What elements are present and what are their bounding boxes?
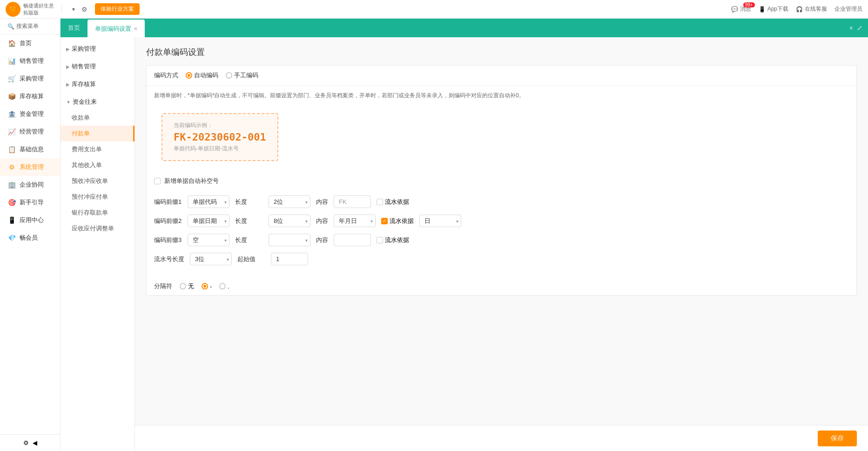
menu-item-pre-payable[interactable]: 预付冲应付单 (61, 189, 135, 205)
serial-length-select[interactable]: 3位 4位 5位 6位 (190, 253, 232, 265)
sidebar-item-membership[interactable]: 💎 畅会员 (0, 229, 60, 247)
sep-dash-radio[interactable]: - (202, 283, 212, 290)
chevron-down-icon: ▼ (66, 100, 71, 105)
sidebar-item-finance[interactable]: 🏦 资金管理 (0, 105, 60, 123)
purchase-icon: 🛒 (7, 74, 16, 83)
start-value-input[interactable] (271, 253, 308, 265)
sidebar-settings-icon[interactable]: ⚙ (23, 439, 29, 446)
menu-group-funds: ▼ 资金往来 收款单 付款单 费用支出单 其他收入单 预收冲应收单 预付冲应付单… (61, 94, 135, 236)
save-button[interactable]: 保存 (818, 431, 857, 446)
newbie-icon: 🎯 (7, 198, 16, 207)
menu-group-sales-title[interactable]: ▶ 销售管理 (61, 59, 135, 74)
menu-group-purchase-title[interactable]: ▶ 采购管理 (61, 41, 135, 57)
content1-input[interactable] (334, 195, 371, 208)
menu-item-bank-deposit[interactable]: 银行存取款单 (61, 205, 135, 221)
prefix1-select[interactable]: 单据代码 部门 业务员 空 (188, 195, 229, 208)
menu-item-adjust[interactable]: 应收应付调整单 (61, 221, 135, 236)
prefix3-row: 编码前缀3 空 单据代码 单据日期 部门 业务员 ▾ (154, 234, 849, 246)
menu-item-pre-receivable[interactable]: 预收冲应收单 (61, 173, 135, 189)
sidebar-collapse-icon[interactable]: ◀ (33, 439, 37, 446)
menu-item-payment[interactable]: 付款单 (61, 126, 135, 141)
tab-close-button[interactable]: × (134, 26, 137, 32)
search-icon: 🔍 (7, 23, 14, 30)
content3-input[interactable] (334, 234, 371, 246)
tab-encoding[interactable]: 单据编码设置 × (87, 20, 145, 38)
content1-label: 内容 (316, 198, 328, 206)
menu-item-other-income[interactable]: 其他收入单 (61, 157, 135, 173)
sidebar-item-sales[interactable]: 📊 销售管理 (0, 52, 60, 70)
length2-label: 长度 (235, 217, 263, 225)
auto-code-radio[interactable]: 自动编码 (186, 71, 218, 80)
prefix3-select[interactable]: 空 单据代码 单据日期 部门 业务员 (188, 234, 229, 246)
serial-length-label: 流水号长度 (154, 255, 184, 263)
sidebar-item-home[interactable]: 🏠 首页 (0, 34, 60, 52)
message-button[interactable]: 💬 消息 99+ (731, 5, 751, 13)
message-badge: 99+ (743, 2, 755, 7)
sidebar-search[interactable]: 🔍 搜索菜单 (0, 19, 60, 34)
length1-select[interactable]: 2位 4位 6位 (269, 195, 310, 208)
sidebar-item-newbie[interactable]: 🎯 新手引导 (0, 194, 60, 211)
trial-button[interactable]: 体验行业方案 (95, 3, 140, 15)
sidebar-item-basic[interactable]: 📋 基础信息 (0, 141, 60, 158)
serial1-checkbox[interactable] (377, 199, 383, 205)
topbar-settings-button[interactable]: ⚙ (81, 6, 87, 13)
coding-method-row: 编码方式 自动编码 手工编码 (147, 66, 856, 86)
finance-icon: 🏦 (7, 110, 16, 118)
serial3-checkbox[interactable] (377, 237, 383, 243)
prefix2-label: 编码前缀2 (154, 217, 182, 225)
home-icon: 🏠 (7, 39, 16, 47)
sep-none-radio[interactable]: 无 (180, 282, 194, 290)
menu-item-receipt[interactable]: 收款单 (61, 110, 135, 126)
sidebar-item-inventory[interactable]: 📦 库存核算 (0, 88, 60, 105)
sidebar-item-operations[interactable]: 📈 经营管理 (0, 123, 60, 141)
tab-home[interactable]: 首页 (61, 19, 87, 37)
bottom-bar: 保存 (135, 425, 868, 451)
tab-bar: 首页 单据编码设置 × × ⤢ (61, 19, 868, 37)
window-close-button[interactable]: × (849, 24, 853, 32)
menu-group-inventory-title[interactable]: ▶ 库存核算 (61, 76, 135, 92)
serial2-unit-wrapper: 日 月 年 ▾ (419, 215, 461, 227)
example-box: 当前编码示例： FK-20230602-001 单据代码-单据日期-流水号 (161, 113, 278, 161)
serial2-unit-select[interactable]: 日 月 年 (419, 215, 461, 227)
enterprise-icon: 🏢 (7, 181, 16, 189)
sidebar: 🔍 搜索菜单 🏠 首页 📊 销售管理 🛒 采购管理 📦 库存核算 🏦 资金管理 … (0, 19, 61, 451)
message-icon: 💬 (731, 6, 738, 13)
sep-dash-radio-circle (202, 283, 208, 289)
sidebar-item-system[interactable]: ⚙ 系统管理 (0, 158, 60, 176)
window-expand-button[interactable]: ⤢ (857, 24, 862, 32)
page-title: 付款单编码设置 (146, 47, 857, 58)
content2-select[interactable]: 年月日 年月 年 (334, 215, 376, 227)
logo: 🧡 畅捷通好生意 拓版版 (6, 2, 54, 17)
manual-code-radio-circle (226, 72, 232, 79)
menu-item-expense[interactable]: 费用支出单 (61, 141, 135, 157)
menu-group-purchase: ▶ 采购管理 (61, 41, 135, 57)
serial2-group: ✓ 流水依据 (381, 217, 414, 225)
separator-row: 分隔符 无 - . (147, 277, 856, 295)
content2-label: 内容 (316, 217, 328, 225)
radio-group-coding: 自动编码 手工编码 (186, 71, 258, 80)
coding-method-label: 编码方式 (154, 71, 178, 80)
serial2-checkbox[interactable]: ✓ (381, 218, 388, 224)
length2-select[interactable]: 8位 4位 6位 (269, 215, 310, 227)
prefix2-select[interactable]: 单据日期 单据代码 部门 业务员 空 (188, 215, 229, 227)
auto-fill-checkbox[interactable] (154, 178, 161, 184)
info-text: 新增单据时，*单据编码*自动生成，不可编辑。前缀设置为部门、业务员等档案类，开单… (147, 86, 856, 106)
search-menu-button[interactable]: 🔍 搜索菜单 (7, 22, 53, 30)
sidebar-item-purchase[interactable]: 🛒 采购管理 (0, 70, 60, 88)
sidebar-item-apps[interactable]: 📱 应用中心 (0, 211, 60, 229)
app-download-button[interactable]: 📱 App下载 (759, 5, 788, 13)
logo-icon: 🧡 (6, 2, 20, 17)
length3-select[interactable]: 2位 4位 (269, 234, 310, 246)
operations-icon: 📈 (7, 128, 16, 136)
sep-none-radio-circle (180, 283, 186, 289)
sep-dot-radio[interactable]: . (219, 283, 229, 290)
online-service-button[interactable]: 🎧 在线客服 (796, 5, 827, 13)
sidebar-item-enterprise[interactable]: 🏢 企业协同 (0, 176, 60, 194)
nav-dropdown-button[interactable]: ▾ (69, 5, 78, 13)
menu-group-funds-title[interactable]: ▼ 资金往来 (61, 94, 135, 110)
user-info[interactable]: 企业管理员 (834, 5, 862, 13)
chevron-right-icon3: ▶ (66, 82, 70, 87)
page-content: 付款单编码设置 编码方式 自动编码 (135, 37, 868, 425)
manual-code-radio[interactable]: 手工编码 (226, 71, 258, 80)
start-value-label: 起始值 (237, 255, 265, 263)
